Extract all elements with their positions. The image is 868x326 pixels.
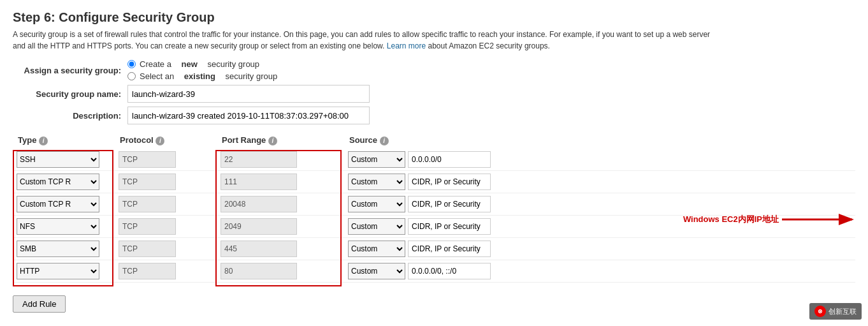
type-select[interactable]: Custom TCP R: [17, 196, 99, 212]
type-select[interactable]: SMB: [17, 241, 99, 257]
source-value-input[interactable]: [408, 174, 491, 190]
learn-more-link[interactable]: Learn more: [387, 41, 426, 50]
protocol-cell: [115, 149, 217, 171]
protocol-input: [119, 241, 176, 257]
protocol-input: [119, 263, 176, 279]
intro-text: A security group is a set of firewall ru…: [13, 29, 714, 52]
port-input: [221, 151, 297, 168]
port-cell: [217, 170, 344, 193]
port-cell: [217, 193, 344, 215]
port-cell: [217, 237, 344, 260]
port-input: [221, 241, 297, 257]
col-protocol-header: Protocol i: [115, 132, 217, 149]
security-group-radio-group: Create a new security group Select an ex…: [127, 59, 277, 81]
col-portrange-header: Port Range i: [217, 132, 344, 149]
annotation-container: Windows EC2内网IP地址: [683, 205, 862, 233]
type-select[interactable]: NFS: [17, 218, 99, 235]
table-row: HTTP Custom: [13, 260, 855, 282]
type-info-icon[interactable]: i: [39, 137, 48, 145]
protocol-input: [119, 151, 176, 168]
radio-new-input[interactable]: [127, 60, 136, 68]
type-select[interactable]: HTTP: [17, 263, 99, 279]
source-type-select[interactable]: Custom: [348, 263, 405, 279]
col-type-header: Type i: [13, 132, 115, 149]
type-cell: HTTP: [13, 260, 115, 282]
source-value-input[interactable]: [408, 241, 491, 257]
source-cell: Custom: [344, 149, 855, 171]
protocol-input: [119, 218, 176, 235]
watermark: ⊗ 创新互联: [809, 303, 862, 320]
protocol-cell: [115, 237, 217, 260]
protocol-info-icon[interactable]: i: [156, 137, 164, 145]
source-value-input[interactable]: [408, 218, 491, 235]
name-label: Security group name:: [13, 89, 127, 99]
type-cell: Custom TCP R: [13, 170, 115, 193]
source-cell: Custom: [344, 170, 855, 193]
table-row: SMB Custom: [13, 237, 855, 260]
port-input: [221, 174, 297, 190]
source-cell: Custom: [344, 237, 855, 260]
source-value-input[interactable]: [408, 196, 491, 212]
source-type-select[interactable]: Custom: [348, 218, 405, 235]
table-row: SSH Custom: [13, 149, 855, 171]
protocol-cell: [115, 260, 217, 282]
protocol-cell: [115, 215, 217, 237]
source-value-input[interactable]: [408, 151, 491, 168]
source-value-input[interactable]: [408, 263, 491, 279]
col-source-header: Source i: [344, 132, 855, 149]
watermark-icon: ⊗: [814, 306, 826, 317]
source-cell: Custom: [344, 260, 855, 282]
protocol-input: [119, 174, 176, 190]
port-input: [221, 196, 297, 212]
type-select[interactable]: SSH: [17, 151, 99, 168]
port-cell: [217, 260, 344, 282]
radio-existing-group[interactable]: Select an existing security group: [127, 71, 277, 81]
desc-label: Description:: [13, 111, 127, 121]
type-cell: NFS: [13, 215, 115, 237]
add-rule-button[interactable]: Add Rule: [13, 295, 66, 313]
annotation-text: Windows EC2内网IP地址: [683, 214, 779, 225]
port-input: [221, 218, 297, 235]
portrange-info-icon[interactable]: i: [268, 137, 277, 145]
type-cell: SMB: [13, 237, 115, 260]
source-info-icon[interactable]: i: [380, 137, 389, 145]
source-type-select[interactable]: Custom: [348, 174, 405, 190]
table-row: Custom TCP R Custom: [13, 170, 855, 193]
source-type-select[interactable]: Custom: [348, 241, 405, 257]
type-cell: SSH: [13, 149, 115, 171]
security-group-name-input[interactable]: [127, 85, 370, 103]
description-input[interactable]: [127, 107, 370, 124]
port-cell: [217, 149, 344, 171]
rules-table-wrapper: Type i Protocol i Port Range i Source i: [13, 132, 855, 283]
port-input: [221, 263, 297, 279]
type-cell: Custom TCP R: [13, 193, 115, 215]
radio-existing-input[interactable]: [127, 72, 136, 80]
radio-new-group[interactable]: Create a new security group: [127, 59, 277, 69]
protocol-cell: [115, 193, 217, 215]
protocol-input: [119, 196, 176, 212]
annotation-arrow: [779, 205, 862, 233]
type-select[interactable]: Custom TCP R: [17, 174, 99, 190]
assign-label: Assign a security group:: [13, 66, 127, 75]
page-title: Step 6: Configure Security Group: [13, 10, 855, 25]
watermark-text: 创新互联: [828, 307, 857, 316]
protocol-cell: [115, 170, 217, 193]
source-type-select[interactable]: Custom: [348, 196, 405, 212]
port-cell: [217, 215, 344, 237]
source-type-select[interactable]: Custom: [348, 151, 405, 168]
